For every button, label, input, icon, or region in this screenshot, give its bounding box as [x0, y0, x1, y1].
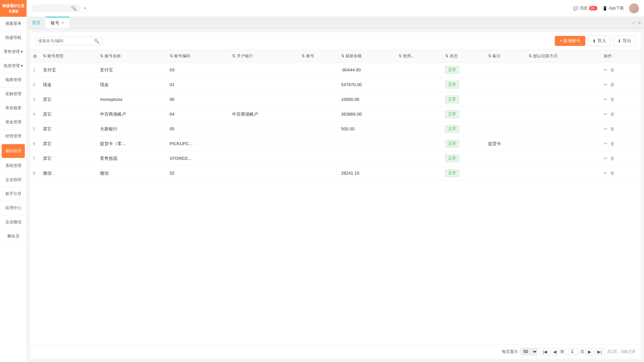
page-prev-button[interactable]: ◀: [551, 348, 559, 355]
tab-close-all-icon[interactable]: ✕: [637, 20, 641, 25]
col-type: ⇅ 账号类型: [40, 50, 97, 63]
row-bank: 中百商场账户: [229, 107, 299, 122]
gear-icon[interactable]: ⚙: [33, 54, 37, 59]
tab-expand-icon[interactable]: ⤢: [632, 20, 636, 25]
search-input[interactable]: [38, 39, 92, 43]
edit-button[interactable]: ✏: [604, 67, 607, 72]
delete-button[interactable]: 🗑: [610, 156, 614, 161]
sidebar-item-finance[interactable]: 资金管理: [0, 115, 26, 129]
col-account-label: 账号: [306, 54, 314, 58]
col-remark-sort[interactable]: ⇅: [488, 54, 491, 58]
page-size-dropdown[interactable]: 50 100: [521, 348, 538, 355]
sidebar-item-quick-nav[interactable]: 快捷导航: [0, 31, 26, 45]
col-status: ⇅ 状态: [442, 50, 485, 63]
col-code-sort[interactable]: ⇅: [170, 54, 173, 58]
page-last-button[interactable]: ▶|: [595, 348, 604, 355]
page-first-button[interactable]: |◀: [540, 348, 549, 355]
delete-button[interactable]: 🗑: [610, 141, 614, 146]
table-row: 4 其它 中百商场账户 04 中百商场账户 383866.00 正常 ✏ 🗑: [30, 107, 641, 122]
row-name: moneybosx: [97, 92, 167, 107]
sidebar-item-member[interactable]: 畅会员: [0, 229, 26, 243]
sidebar: 畅捷通好生意 乐愿版 搜索菜单 快捷导航 零售管理 ▾ 批发管理 ▾ 电商管理 …: [0, 0, 27, 362]
delete-button[interactable]: 🗑: [610, 82, 614, 87]
sidebar-item-operations[interactable]: 经营管理: [0, 129, 26, 143]
row-settlement: [526, 63, 601, 77]
row-settlement: [526, 107, 601, 122]
user-avatar[interactable]: [629, 3, 639, 13]
col-type-sort[interactable]: ⇅: [43, 54, 46, 58]
add-account-button[interactable]: + 新增账号: [555, 36, 585, 46]
sidebar-item-guide[interactable]: 新手引导: [0, 187, 26, 201]
row-type: 其它: [40, 107, 97, 122]
row-no: 2: [30, 77, 40, 92]
sidebar-item-search[interactable]: 搜索菜单: [0, 17, 26, 31]
page-next-button[interactable]: ▶: [586, 348, 594, 355]
page-input[interactable]: [566, 348, 579, 355]
app-download-button[interactable]: 📱 App下载: [602, 5, 624, 11]
row-name: 现金: [97, 77, 167, 92]
topbar-search-input[interactable]: [36, 6, 69, 11]
edit-button[interactable]: ✏: [604, 171, 607, 176]
table-body: 1 支付宝 支付宝 03 -90444.00 正常 ✏ 🗑 2 现金 现金 01…: [30, 63, 641, 181]
col-account-sort[interactable]: ⇅: [302, 54, 305, 58]
row-use: [396, 151, 443, 166]
col-status-sort[interactable]: ⇅: [445, 54, 448, 58]
edit-button[interactable]: ✏: [604, 126, 607, 131]
col-name-sort[interactable]: ⇅: [100, 54, 103, 58]
delete-button[interactable]: 🗑: [610, 67, 614, 72]
message-icon: 💬: [573, 6, 578, 11]
export-button[interactable]: ⬇ 导出: [613, 36, 636, 46]
tab-account[interactable]: 账号 ✕: [46, 17, 69, 28]
pagination: 每页显示 50 100 |◀ ◀ 第 页 ▶ ▶| 共1页，8条记录: [30, 344, 641, 359]
col-settlement-sort[interactable]: ⇅: [529, 54, 532, 58]
tabs-bar: 首页 账号 ✕ ⤢ ✕: [27, 17, 644, 29]
row-no: 7: [30, 151, 40, 166]
row-bank: [229, 77, 299, 92]
table-toolbar: 🔍 + 新增账号 ⬆ 导入 ⬇ 导出: [30, 32, 641, 50]
topbar-dropdown-icon[interactable]: ▾: [84, 6, 86, 11]
sidebar-item-basic-info[interactable]: 基础信息: [2, 144, 25, 158]
edit-button[interactable]: ✏: [604, 156, 607, 161]
delete-button[interactable]: 🗑: [610, 126, 614, 131]
row-status: 正常: [442, 63, 485, 77]
edit-button[interactable]: ✏: [604, 82, 607, 87]
page-size-select[interactable]: 50 100: [521, 348, 538, 355]
sidebar-item-wholesale[interactable]: 批发管理 ▾: [0, 59, 26, 73]
row-account: [299, 77, 338, 92]
import-label: 导入: [597, 38, 606, 44]
sidebar-item-app-center[interactable]: 应用中心: [0, 201, 26, 215]
sidebar-item-purchase[interactable]: 采购管理: [0, 87, 26, 101]
search-box[interactable]: 🔍: [35, 37, 102, 45]
col-balance-sort[interactable]: ⇅: [341, 54, 344, 58]
col-settings[interactable]: ⚙: [30, 50, 40, 63]
row-balance: 383866.00: [338, 107, 396, 122]
page-navigation: |◀ ◀ 第 页 ▶ ▶|: [540, 348, 604, 355]
sidebar-item-inventory[interactable]: 库存核算: [0, 101, 26, 115]
col-balance-label: 最新余额: [345, 54, 362, 58]
sidebar-item-system[interactable]: 系统管理: [0, 159, 26, 173]
tab-account-close[interactable]: ✕: [61, 21, 64, 25]
message-button[interactable]: 💬 消息 99+: [573, 5, 597, 11]
delete-button[interactable]: 🗑: [610, 97, 614, 102]
edit-button[interactable]: ✏: [604, 141, 607, 146]
sidebar-item-enterprise[interactable]: 企业协同: [0, 173, 26, 187]
col-use-sort[interactable]: ⇅: [398, 54, 402, 58]
table-row: 6 其它 提货卡（零... PICKUPC... 正常 提货卡 ✏ 🗑: [30, 136, 641, 151]
topbar-search-box[interactable]: 🔍: [32, 4, 80, 12]
delete-button[interactable]: 🗑: [610, 171, 614, 176]
import-button[interactable]: ⬆ 导入: [588, 36, 610, 46]
app-logo: 畅捷通好生意 乐愿版: [0, 0, 26, 17]
tab-home[interactable]: 首页: [27, 17, 46, 28]
delete-button[interactable]: 🗑: [610, 112, 614, 117]
sidebar-item-ecommerce[interactable]: 电商管理: [0, 73, 26, 87]
edit-button[interactable]: ✏: [604, 97, 607, 102]
col-settlement-label: 默认结算方式: [533, 54, 557, 58]
sidebar-item-retail[interactable]: 零售管理 ▾: [0, 45, 26, 59]
col-bank-sort[interactable]: ⇅: [232, 54, 235, 58]
page-suffix: 页: [580, 349, 584, 355]
topbar-left: 🔍 ▾: [32, 4, 86, 12]
sidebar-item-enterprise-wechat[interactable]: 企业微信: [0, 215, 26, 229]
row-bank: [229, 136, 299, 151]
edit-button[interactable]: ✏: [604, 112, 607, 117]
row-name: 微信: [97, 166, 167, 181]
